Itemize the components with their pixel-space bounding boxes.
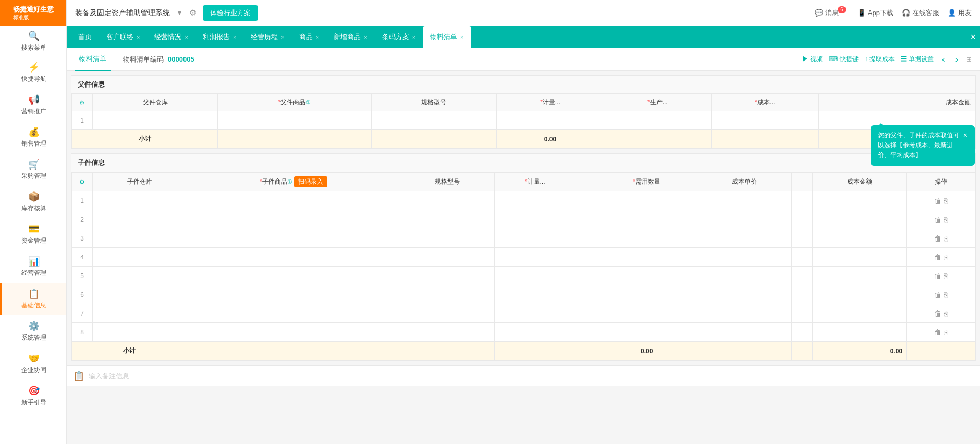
child-unit-cost-2[interactable] <box>697 210 792 229</box>
tab-operation-status[interactable]: 经营情况 × <box>147 26 195 48</box>
child-unit-7[interactable] <box>495 304 575 323</box>
child-warehouse-2[interactable] <box>93 210 187 229</box>
child-qty-2[interactable] <box>596 210 697 229</box>
child-warehouse-8[interactable] <box>93 323 187 342</box>
sidebar-item-finance[interactable]: 💳 资金管理 <box>0 218 66 250</box>
child-qty-4[interactable] <box>596 248 697 267</box>
copy-icon-8[interactable]: ⎘ <box>944 328 948 337</box>
child-spec-4[interactable] <box>400 248 495 267</box>
layout-icon[interactable]: ⊞ <box>966 56 972 63</box>
child-goods-8[interactable] <box>187 323 400 342</box>
tab-operation-history[interactable]: 经营历程 × <box>243 26 291 48</box>
child-warehouse-3[interactable] <box>93 229 187 248</box>
child-unit-cost-4[interactable] <box>697 248 792 267</box>
tooltip-close-btn[interactable]: × <box>963 129 967 141</box>
message-btn[interactable]: 💬 消息 6 <box>815 8 849 18</box>
dropdown-icon[interactable]: ▼ <box>176 9 183 17</box>
child-unit-cost-1[interactable] <box>697 191 792 210</box>
child-warehouse-7[interactable] <box>93 304 187 323</box>
child-qty-7[interactable] <box>596 304 697 323</box>
child-qty-3[interactable] <box>596 229 697 248</box>
sidebar-item-system[interactable]: ⚙️ 系统管理 <box>0 315 66 347</box>
delete-icon-2[interactable]: 🗑 <box>934 215 941 224</box>
close-bom-list-tab[interactable]: × <box>460 34 463 40</box>
child-qty-8[interactable] <box>596 323 697 342</box>
delete-icon-5[interactable]: 🗑 <box>934 272 941 280</box>
parent-goods-1[interactable] <box>218 111 372 130</box>
tab-bom-list[interactable]: 物料清单 × <box>423 26 471 48</box>
child-spec-7[interactable] <box>400 304 495 323</box>
child-goods-2[interactable] <box>187 210 400 229</box>
child-qty-5[interactable] <box>596 267 697 285</box>
close-customer-tab[interactable]: × <box>137 34 140 40</box>
child-warehouse-6[interactable] <box>93 285 187 304</box>
child-spec-2[interactable] <box>400 210 495 229</box>
sidebar-item-inventory[interactable]: 📦 库存核算 <box>0 186 66 218</box>
child-qty-1[interactable] <box>596 191 697 210</box>
scan-input-btn[interactable]: 扫码录入 <box>294 176 327 187</box>
child-goods-6[interactable] <box>187 285 400 304</box>
copy-icon-2[interactable]: ⎘ <box>944 215 948 224</box>
sidebar-item-guide[interactable]: 🎯 新手引导 <box>0 380 66 412</box>
parent-cost-1[interactable] <box>711 111 818 130</box>
close-barcode-plan-tab[interactable]: × <box>412 34 415 40</box>
child-goods-5[interactable] <box>187 267 400 285</box>
child-warehouse-1[interactable] <box>93 191 187 210</box>
delete-icon-6[interactable]: 🗑 <box>934 291 941 299</box>
online-service-btn[interactable]: 🎧 在线客服 <box>902 8 939 18</box>
delete-icon-7[interactable]: 🗑 <box>934 309 941 318</box>
close-all-tabs[interactable]: × <box>970 32 976 43</box>
child-warehouse-4[interactable] <box>93 248 187 267</box>
parent-unit-1[interactable] <box>497 111 604 130</box>
child-unit-6[interactable] <box>495 285 575 304</box>
child-goods-3[interactable] <box>187 229 400 248</box>
delete-icon-1[interactable]: 🗑 <box>934 197 941 205</box>
child-spec-3[interactable] <box>400 229 495 248</box>
parent-prod-1[interactable] <box>604 111 711 130</box>
delete-icon-3[interactable]: 🗑 <box>934 234 941 243</box>
copy-icon-7[interactable]: ⎘ <box>944 309 948 318</box>
child-unit-4[interactable] <box>495 248 575 267</box>
tab-profit-report[interactable]: 利润报告 × <box>195 26 243 48</box>
child-spec-8[interactable] <box>400 323 495 342</box>
sidebar-item-marketing[interactable]: 📢 营销推广 <box>0 89 66 121</box>
parent-col-setting[interactable]: ⚙ <box>72 94 93 111</box>
delete-icon-4[interactable]: 🗑 <box>934 253 941 261</box>
child-unit-cost-3[interactable] <box>697 229 792 248</box>
child-goods-4[interactable] <box>187 248 400 267</box>
child-warehouse-5[interactable] <box>93 267 187 285</box>
tab-customer[interactable]: 客户联络 × <box>99 26 147 48</box>
child-goods-7[interactable] <box>187 304 400 323</box>
child-spec-1[interactable] <box>400 191 495 210</box>
sidebar-item-quick-nav[interactable]: ⚡ 快捷导航 <box>0 56 66 89</box>
child-unit-1[interactable] <box>495 191 575 210</box>
sidebar-item-basic[interactable]: 📋 基础信息 <box>0 283 66 315</box>
shortcut-label[interactable]: ⌨ 快捷键 <box>829 55 858 64</box>
child-unit-cost-7[interactable] <box>697 304 792 323</box>
user-btn[interactable]: 👤 用友 <box>948 8 972 18</box>
copy-icon-5[interactable]: ⎘ <box>944 272 948 280</box>
view-label[interactable]: ▶ 视频 <box>802 55 823 64</box>
tab-home[interactable]: 首页 <box>71 26 99 48</box>
child-spec-6[interactable] <box>400 285 495 304</box>
close-operation-history-tab[interactable]: × <box>281 34 284 40</box>
copy-icon-1[interactable]: ⎘ <box>944 197 948 205</box>
note-placeholder[interactable]: 输入备注信息 <box>89 371 129 381</box>
child-qty-6[interactable] <box>596 285 697 304</box>
tab-goods[interactable]: 商品 × <box>292 26 326 48</box>
sidebar-item-search[interactable]: 🔍 搜索菜单 <box>0 26 66 56</box>
page-tab-bom[interactable]: 物料清单 <box>75 48 111 71</box>
sidebar-item-purchase[interactable]: 🛒 采购管理 <box>0 153 66 186</box>
parent-warehouse-1[interactable] <box>93 111 218 130</box>
copy-icon-4[interactable]: ⎘ <box>944 253 948 261</box>
tab-barcode-plan[interactable]: 条码方案 × <box>375 26 423 48</box>
sidebar-item-enterprise[interactable]: 🤝 企业协同 <box>0 347 66 380</box>
nav-next[interactable]: › <box>953 55 960 64</box>
child-unit-cost-6[interactable] <box>697 285 792 304</box>
experience-btn[interactable]: 体验行业方案 <box>203 5 258 21</box>
nav-prev[interactable]: ‹ <box>940 55 947 64</box>
close-profit-report-tab[interactable]: × <box>233 34 236 40</box>
child-spec-5[interactable] <box>400 267 495 285</box>
copy-icon-6[interactable]: ⎘ <box>944 291 948 299</box>
child-unit-3[interactable] <box>495 229 575 248</box>
